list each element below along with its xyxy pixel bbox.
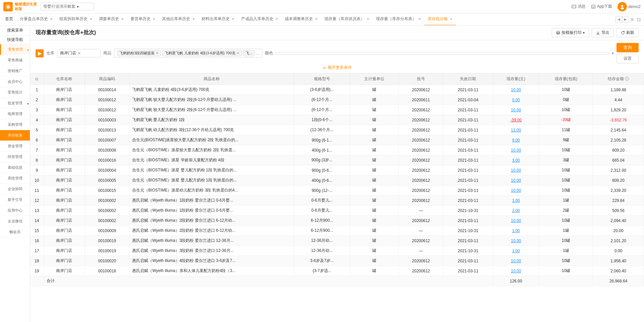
close-icon[interactable]: ✕	[192, 17, 195, 21]
tab-kucun-pici[interactable]: 库存批次账 ✕	[424, 13, 456, 25]
close-icon[interactable]: ✕	[418, 17, 421, 21]
row-qty-main[interactable]: 10.00	[493, 236, 539, 246]
template-print-button[interactable]: 按模板打印 ▾	[552, 28, 589, 37]
row-qty-main[interactable]: 1.00	[493, 226, 539, 236]
product-tag-2[interactable]: 飞鹤星飞帆 儿童奶粉 4段(3-6岁适用) 700克 ✕	[162, 50, 242, 56]
close-icon[interactable]: ✕	[315, 17, 318, 21]
close-icon[interactable]: ✕	[121, 17, 124, 21]
sidebar-item-retail-shop[interactable]: 零售商城	[0, 55, 30, 66]
sidebar-item-ops-mgmt[interactable]: 经营管理	[0, 152, 30, 162]
sidebar-item-inventory[interactable]: 库存核算	[0, 130, 30, 141]
row-qty-main[interactable]: 10.00	[493, 256, 539, 266]
sidebar-item-purchase[interactable]: 采购管理	[0, 119, 30, 130]
row-num: 7	[30, 145, 44, 155]
row-qty-main[interactable]: 1.00	[493, 196, 539, 206]
maximize-icon[interactable]: ⊡	[636, 17, 642, 22]
warehouse-input[interactable]: 南岸门店 ✕	[57, 49, 101, 57]
tab-fenpan[interactable]: 分量盘点单历史 ✕	[16, 13, 56, 25]
row-qty-main[interactable]: 10.00	[493, 145, 539, 155]
color-input[interactable]	[276, 52, 609, 55]
sidebar-quick-nav[interactable]: 快捷导航	[0, 36, 30, 44]
user-profile[interactable]: demo2	[618, 2, 641, 11]
tab-home[interactable]: 首页	[2, 13, 16, 25]
row-warehouse: 南岸门店	[44, 155, 85, 165]
row-qty-main[interactable]: 10.00	[493, 85, 539, 95]
product-tag-1[interactable]: 飞鹤奶粉3段四罐提装 ✕	[117, 50, 161, 56]
sidebar-item-member[interactable]: 会员中心	[0, 76, 30, 87]
sidebar-item-finance[interactable]: 资金管理	[0, 141, 30, 152]
close-icon[interactable]: ✕	[153, 17, 155, 21]
row-qty-main[interactable]: 9.00	[493, 135, 539, 145]
row-qty-main[interactable]: 1.00	[493, 246, 539, 256]
tab-yaohuo[interactable]: 要货单历史 ✕	[127, 13, 159, 25]
messages-button[interactable]: 消息	[572, 4, 586, 9]
tab-xiancun-fenbu[interactable]: 现存量（库存分布表） ✕	[373, 13, 424, 25]
settings-button[interactable]: 设置	[616, 54, 639, 63]
sidebar-item-enterprise-wechat[interactable]: 企业微信	[0, 216, 30, 227]
row-qty-main[interactable]: 0.00	[493, 95, 539, 105]
row-amount: 1,189.88	[593, 85, 644, 95]
sidebar-search[interactable]: 搜索菜单	[0, 25, 30, 36]
sidebar-item-membership[interactable]: 畅会员	[0, 227, 30, 237]
row-qty-main[interactable]: 3.00	[493, 155, 539, 165]
warehouse-clear-icon[interactable]: ✕	[77, 51, 81, 56]
row-qty-main[interactable]: 10.00	[493, 105, 539, 115]
tab-cailiao[interactable]: 材料出库单历史 ✕	[198, 13, 238, 25]
tab-xiancun-kucun[interactable]: 现存量（库存状况表） ✕	[321, 13, 373, 25]
tab-diaobo[interactable]: 调拨单历史 ✕	[96, 13, 127, 25]
tag-close-icon[interactable]: ✕	[236, 51, 239, 55]
query-button[interactable]: 查询	[616, 43, 639, 52]
row-qty-main[interactable]: 10.00	[493, 216, 539, 226]
sidebar-item-app-center[interactable]: 应用中心	[0, 205, 30, 216]
close-icon[interactable]: ✕	[50, 17, 53, 21]
row-qty-main[interactable]: 2.00	[493, 206, 539, 216]
row-qty-main[interactable]: -39.00	[493, 115, 539, 125]
product-tag-3[interactable]: 飞...	[243, 50, 255, 56]
col-unit: 主计量单位	[350, 73, 398, 85]
tag-close-icon[interactable]: ✕	[156, 51, 159, 55]
row-qty-main[interactable]: 10.00	[493, 175, 539, 185]
tab-chanpin[interactable]: 产成品入库单历史 ✕	[238, 13, 281, 25]
sidebar-item-ecommerce[interactable]: 电商管理	[0, 109, 30, 119]
row-warehouse: 南岸门店	[44, 185, 85, 196]
col-settings[interactable]: ⚙	[30, 73, 44, 85]
close-icon[interactable]: ✕	[450, 17, 452, 21]
sidebar-item-wholesale[interactable]: 批发管理 ▸	[0, 98, 30, 109]
close-icon[interactable]: ✕	[367, 17, 369, 21]
row-qty-main[interactable]: 11.00	[493, 125, 539, 135]
row-qty-main[interactable]: 10.00	[493, 266, 539, 276]
expand-conditions-button[interactable]: 展开更多条件	[36, 65, 639, 70]
sidebar-item-marketing[interactable]: 营销推广	[0, 66, 30, 76]
close-icon[interactable]: ✕	[90, 17, 92, 21]
tab-chengben[interactable]: 成本调整单历史 ✕	[281, 13, 321, 25]
row-code: 00100002	[85, 206, 129, 216]
tab-prev-arrow[interactable]: ◀	[615, 16, 622, 23]
refresh-button[interactable]: 刷新	[616, 28, 639, 37]
color-dropdown-icon[interactable]: ▾	[612, 51, 614, 56]
company-selector[interactable]: 母婴行业演示账套 ▾	[40, 3, 94, 10]
product-input[interactable]: 飞鹤奶粉3段四罐提装 ✕ 飞鹤星飞帆 儿童奶粉 4段(3-6岁适用) 700克 …	[114, 49, 262, 58]
tab-next-arrow[interactable]: ▶	[622, 16, 629, 23]
export-button[interactable]: 导出	[592, 28, 614, 37]
row-expire: 2021-03-11	[443, 185, 493, 196]
settings-icon[interactable]: ⚙	[35, 77, 39, 82]
sidebar-item-corp-collab[interactable]: 企业协同	[0, 184, 30, 195]
row-qty-main[interactable]: 10.00	[493, 185, 539, 196]
sidebar-item-retail-mgmt[interactable]: 零售管理 ▸	[0, 44, 30, 55]
row-num: 17	[30, 246, 44, 256]
tab-zuzhuan[interactable]: 组装拆卸单历史 ✕	[56, 13, 96, 25]
app-download-button[interactable]: App下载	[591, 4, 612, 9]
row-num: 14	[30, 216, 44, 226]
row-qty-main[interactable]: 10.00	[493, 165, 539, 175]
close-all-tabs[interactable]: ✕	[629, 17, 636, 22]
sidebar-item-basics[interactable]: 基础信息	[0, 162, 30, 173]
sidebar-item-system[interactable]: 系统管理	[0, 173, 30, 184]
sidebar-item-new-guide[interactable]: 新手引导	[0, 195, 30, 205]
close-icon[interactable]: ✕	[275, 17, 278, 21]
tab-qitachuku[interactable]: 其他出库单历史 ✕	[159, 13, 198, 25]
row-amount: 4.44	[593, 95, 644, 105]
close-icon[interactable]: ✕	[232, 17, 234, 21]
product-more-icon[interactable]: ...	[256, 51, 259, 56]
sidebar-item-retail-stats[interactable]: 零售统计	[0, 87, 30, 98]
filter-collapse-button[interactable]: ▶	[36, 49, 44, 57]
